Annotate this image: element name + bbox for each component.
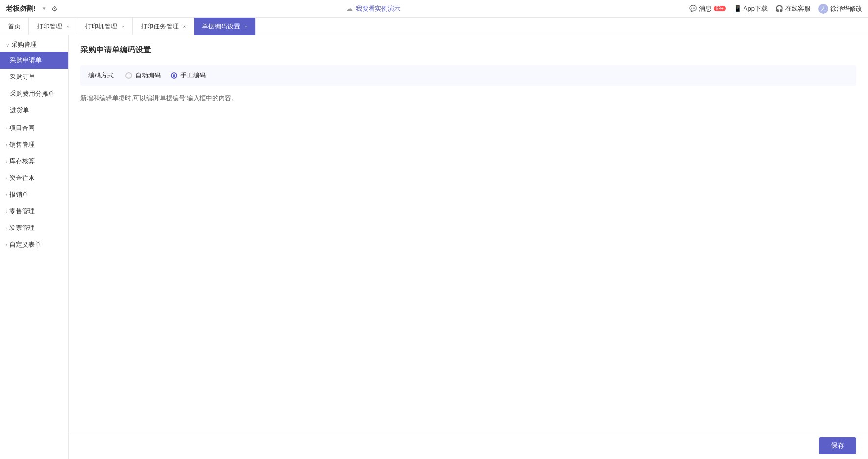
finance-label: 资金往来 bbox=[9, 174, 35, 182]
project-label: 项目合同 bbox=[9, 124, 35, 132]
sales-arrow: › bbox=[6, 142, 7, 148]
tab-encode-settings-close[interactable]: × bbox=[244, 24, 247, 29]
tab-print-task[interactable]: 打印任务管理 × bbox=[133, 18, 194, 35]
sidebar-group-expense: › 报销单 bbox=[0, 185, 68, 202]
sidebar-item-purchase-request[interactable]: 采购申请单 bbox=[0, 52, 68, 69]
sidebar-group-project-title[interactable]: › 项目合同 bbox=[0, 119, 68, 135]
tab-printer-management[interactable]: 打印机管理 × bbox=[77, 18, 132, 35]
sidebar-group-custom-form: › 自定义表单 bbox=[0, 235, 68, 252]
sidebar-item-purchase-expense[interactable]: 采购费用分摊单 bbox=[0, 85, 68, 102]
manual-encode-radio-circle bbox=[171, 72, 177, 79]
top-bar-center: ☁ 我要看实例演示 bbox=[347, 4, 400, 13]
purchase-expense-label: 采购费用分摊单 bbox=[10, 90, 54, 97]
cloud-icon: ☁ bbox=[347, 5, 353, 12]
encoding-section: 编码方式 自动编码 手工编码 bbox=[80, 65, 856, 86]
purchase-order-label: 采购订单 bbox=[10, 73, 35, 80]
top-bar-left: 老板勿割! ▾ ⚙ bbox=[6, 4, 58, 13]
online-service-label: 在线客服 bbox=[785, 4, 811, 13]
message-label: 消息 bbox=[699, 4, 712, 13]
encoding-label: 编码方式 bbox=[88, 71, 114, 80]
sidebar-group-invoice-title[interactable]: › 发票管理 bbox=[0, 219, 68, 235]
tab-printer-management-label: 打印机管理 bbox=[85, 22, 117, 31]
sidebar-group-procurement-title[interactable]: ∨ 采购管理 bbox=[0, 35, 68, 52]
auto-encode-radio[interactable]: 自动编码 bbox=[125, 71, 161, 80]
tab-home[interactable]: 首页 bbox=[0, 18, 29, 35]
content-footer: 保存 bbox=[69, 432, 868, 459]
tab-bar: 首页 打印管理 × 打印机管理 × 打印任务管理 × 单据编码设置 × × bbox=[0, 18, 868, 35]
auto-encode-radio-circle bbox=[125, 72, 132, 79]
sidebar-group-project: › 项目合同 bbox=[0, 119, 68, 135]
manual-encode-radio[interactable]: 手工编码 bbox=[171, 71, 206, 80]
demo-link[interactable]: 我要看实例演示 bbox=[356, 4, 400, 13]
app-icon: 📱 bbox=[734, 5, 742, 12]
retail-arrow: › bbox=[6, 209, 7, 214]
invoice-label: 发票管理 bbox=[9, 224, 35, 232]
sidebar-group-expense-title[interactable]: › 报销单 bbox=[0, 185, 68, 202]
main-layout: ∨ 采购管理 采购申请单 采购订单 采购费用分摊单 进货单 › 项目合同 bbox=[0, 35, 868, 459]
inventory-arrow: › bbox=[6, 159, 7, 164]
sidebar-group-custom-form-title[interactable]: › 自定义表单 bbox=[0, 235, 68, 252]
top-bar: 老板勿割! ▾ ⚙ ☁ 我要看实例演示 💬 消息 99+ 📱 App下载 🎧 在… bbox=[0, 0, 868, 18]
procurement-label: 采购管理 bbox=[11, 40, 37, 49]
sidebar-item-stock-in[interactable]: 进货单 bbox=[0, 102, 68, 119]
procurement-arrow: ∨ bbox=[6, 42, 9, 48]
avatar: 人 bbox=[818, 4, 828, 14]
sidebar: ∨ 采购管理 采购申请单 采购订单 采购费用分摊单 进货单 › 项目合同 bbox=[0, 35, 69, 459]
tab-print-management-label: 打印管理 bbox=[37, 22, 62, 31]
content-inner: 采购申请单编码设置 编码方式 自动编码 手工编码 新增和编辑单据时,可以编辑'单… bbox=[69, 35, 868, 432]
sidebar-group-finance: › 资金往来 bbox=[0, 169, 68, 185]
save-button[interactable]: 保存 bbox=[819, 437, 856, 454]
sidebar-group-sales-title[interactable]: › 销售管理 bbox=[0, 135, 68, 152]
inventory-label: 库存核算 bbox=[9, 157, 35, 166]
sidebar-group-finance-title[interactable]: › 资金往来 bbox=[0, 169, 68, 185]
purchase-request-label: 采购申请单 bbox=[10, 56, 42, 64]
sidebar-group-sales: › 销售管理 bbox=[0, 135, 68, 152]
stock-in-label: 进货单 bbox=[10, 106, 29, 114]
tab-print-task-label: 打印任务管理 bbox=[141, 22, 179, 31]
app-download-button[interactable]: 📱 App下载 bbox=[734, 4, 768, 13]
tab-print-management[interactable]: 打印管理 × bbox=[29, 18, 77, 35]
sidebar-group-retail-title[interactable]: › 零售管理 bbox=[0, 202, 68, 219]
sales-label: 销售管理 bbox=[9, 140, 35, 149]
tab-bar-close[interactable]: × bbox=[833, 0, 850, 18]
project-arrow: › bbox=[6, 126, 7, 131]
tab-print-management-close[interactable]: × bbox=[66, 24, 69, 29]
content-area: 采购申请单编码设置 编码方式 自动编码 手工编码 新增和编辑单据时,可以编辑'单… bbox=[69, 35, 868, 459]
invoice-arrow: › bbox=[6, 226, 7, 231]
page-title: 采购申请单编码设置 bbox=[80, 45, 856, 55]
sidebar-group-retail: › 零售管理 bbox=[0, 202, 68, 219]
encoding-radio-group: 自动编码 手工编码 bbox=[125, 71, 206, 80]
topbar-dropdown-icon[interactable]: ▾ bbox=[43, 5, 46, 12]
manual-encode-label: 手工编码 bbox=[180, 71, 206, 80]
message-button[interactable]: 💬 消息 99+ bbox=[689, 4, 726, 13]
app-download-label: App下载 bbox=[744, 4, 768, 13]
finance-arrow: › bbox=[6, 176, 7, 181]
message-badge: 99+ bbox=[714, 6, 726, 11]
gear-icon[interactable]: ⚙ bbox=[51, 5, 58, 13]
online-service-button[interactable]: 🎧 在线客服 bbox=[775, 4, 811, 13]
sidebar-group-invoice: › 发票管理 bbox=[0, 219, 68, 235]
message-icon: 💬 bbox=[689, 5, 697, 12]
custom-form-arrow: › bbox=[6, 242, 7, 248]
tab-print-task-close[interactable]: × bbox=[183, 24, 186, 29]
retail-label: 零售管理 bbox=[9, 207, 35, 216]
sidebar-group-procurement: ∨ 采购管理 采购申请单 采购订单 采购费用分摊单 进货单 bbox=[0, 35, 68, 119]
sidebar-group-inventory: › 库存核算 bbox=[0, 152, 68, 169]
info-text: 新增和编辑单据时,可以编辑'单据编号'输入框中的内容。 bbox=[80, 94, 856, 102]
headset-icon: 🎧 bbox=[775, 5, 783, 12]
tab-encode-settings[interactable]: 单据编码设置 × bbox=[194, 18, 255, 35]
tab-printer-management-close[interactable]: × bbox=[121, 24, 124, 29]
sidebar-group-inventory-title[interactable]: › 库存核算 bbox=[0, 152, 68, 169]
custom-form-label: 自定义表单 bbox=[9, 240, 41, 249]
expense-label: 报销单 bbox=[9, 190, 28, 199]
expense-arrow: › bbox=[6, 192, 7, 198]
tab-encode-settings-label: 单据编码设置 bbox=[202, 22, 240, 31]
auto-encode-label: 自动编码 bbox=[135, 71, 161, 80]
tab-home-label: 首页 bbox=[8, 22, 21, 31]
logo-text: 老板勿割! bbox=[6, 4, 36, 13]
sidebar-item-purchase-order[interactable]: 采购订单 bbox=[0, 69, 68, 85]
